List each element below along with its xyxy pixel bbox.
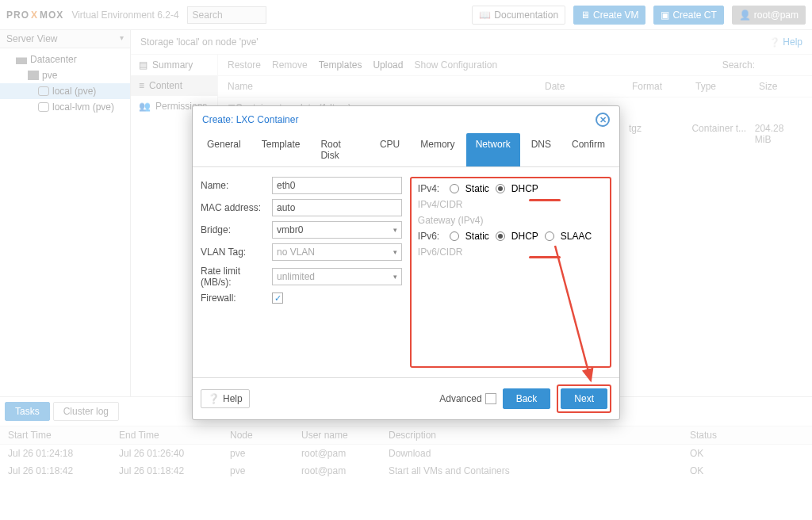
tree-datacenter[interactable]: Datacenter xyxy=(0,52,130,67)
help-link[interactable]: ❔ Help xyxy=(769,36,802,48)
form-right-column: IPv4: Static DHCP IPv4/CIDR Gateway (IPv… xyxy=(410,177,611,368)
documentation-button[interactable]: 📖Documentation xyxy=(472,6,565,25)
templates-button[interactable]: Templates xyxy=(319,59,362,71)
close-icon[interactable]: ✕ xyxy=(596,113,610,127)
rate-label: Rate limit (MB/s): xyxy=(201,266,272,288)
datacenter-icon xyxy=(16,55,27,64)
advanced-checkbox[interactable] xyxy=(485,393,496,404)
vlan-value: no VLAN xyxy=(277,247,315,258)
static-label2: Static xyxy=(465,231,489,242)
tab-network[interactable]: Network xyxy=(466,133,520,166)
col-end[interactable]: End Time xyxy=(119,430,230,441)
col-desc[interactable]: Description xyxy=(389,430,690,441)
form-left-column: Name: MAC address: Bridge:vmbr0 VLAN Tag… xyxy=(201,177,402,368)
cell: Download xyxy=(389,448,690,459)
col-name[interactable]: Name xyxy=(228,81,545,92)
rate-input[interactable]: unlimited xyxy=(272,268,402,285)
user-label: root@pam xyxy=(754,10,799,21)
sidebar-view-select[interactable]: Server View xyxy=(0,30,130,48)
remove-button[interactable]: Remove xyxy=(272,59,308,71)
documentation-label: Documentation xyxy=(494,10,558,21)
cell: OK xyxy=(690,465,804,476)
tab-content[interactable]: ≡ Content xyxy=(131,75,217,96)
col-type[interactable]: Type xyxy=(695,81,759,92)
create-ct-button[interactable]: ▣Create CT xyxy=(653,6,723,25)
cell: Start all VMs and Containers xyxy=(389,465,690,476)
user-icon: 👤 xyxy=(739,10,751,21)
ipv4-static-radio[interactable] xyxy=(450,184,459,193)
firewall-label: Firewall: xyxy=(201,292,272,304)
tab-cpu[interactable]: CPU xyxy=(370,133,409,166)
tab-general[interactable]: General xyxy=(197,133,251,166)
tree-label: local (pve) xyxy=(52,86,96,97)
tab-confirm[interactable]: Confirm xyxy=(562,133,615,166)
create-lxc-modal: Create: LXC Container ✕ General Template… xyxy=(192,105,620,420)
grid-search-label: Search: xyxy=(722,59,755,71)
tab-memory[interactable]: Memory xyxy=(411,133,464,166)
logo-text: PRO xyxy=(6,10,29,21)
vlan-label: VLAN Tag: xyxy=(201,247,272,258)
mac-label: MAC address: xyxy=(201,202,272,213)
cube-icon: ▣ xyxy=(661,10,669,21)
slaac-label: SLAAC xyxy=(561,231,592,242)
help-text: Help xyxy=(223,393,243,404)
create-vm-button[interactable]: 🖥Create VM xyxy=(573,6,645,25)
tab-cluster-log[interactable]: Cluster log xyxy=(53,402,119,421)
tab-label: Summary xyxy=(152,59,193,71)
search-input[interactable] xyxy=(187,6,266,24)
help-button[interactable]: ❔ Help xyxy=(201,389,250,408)
tab-template[interactable]: Template xyxy=(252,133,310,166)
tree-storage-local[interactable]: local (pve) xyxy=(0,83,130,99)
back-button[interactable]: Back xyxy=(503,388,551,409)
col-format[interactable]: Format xyxy=(632,81,695,92)
col-status[interactable]: Status xyxy=(690,430,804,441)
col-date[interactable]: Date xyxy=(545,81,632,92)
tab-tasks[interactable]: Tasks xyxy=(5,402,50,421)
tab-summary[interactable]: ▤ Summary xyxy=(131,55,217,75)
advanced-label: Advanced xyxy=(439,393,481,404)
user-menu[interactable]: 👤root@pam xyxy=(732,6,806,25)
cell: root@pam xyxy=(301,465,389,476)
ipv6-dhcp-radio[interactable] xyxy=(496,231,505,241)
vlan-select[interactable]: no VLAN xyxy=(272,243,402,261)
ipv4-dhcp-radio[interactable] xyxy=(496,184,505,193)
bridge-select[interactable]: vmbr0 xyxy=(272,221,402,239)
modal-title: Create: LXC Container xyxy=(202,114,298,125)
col-user[interactable]: User name xyxy=(301,430,389,441)
mac-input[interactable] xyxy=(272,199,402,216)
cell: Jul 26 01:26:40 xyxy=(119,448,230,459)
tree-label: pve xyxy=(42,70,57,81)
tab-root-disk[interactable]: Root Disk xyxy=(311,133,369,166)
bridge-label: Bridge: xyxy=(201,224,272,235)
next-button-highlight: Next xyxy=(557,384,611,413)
restore-button[interactable]: Restore xyxy=(228,59,261,71)
next-button[interactable]: Next xyxy=(561,388,607,409)
ipv6-static-radio[interactable] xyxy=(450,231,459,241)
col-node[interactable]: Node xyxy=(230,430,301,441)
breadcrumb: Storage 'local' on node 'pve' xyxy=(131,30,812,55)
logo-text2: MOX xyxy=(40,10,63,21)
show-config-button[interactable]: Show Configuration xyxy=(414,59,497,71)
col-start[interactable]: Start Time xyxy=(8,430,119,441)
cell: pve xyxy=(230,448,301,459)
tab-dns[interactable]: DNS xyxy=(522,133,561,166)
modal-body: Name: MAC address: Bridge:vmbr0 VLAN Tag… xyxy=(193,167,619,377)
name-input[interactable] xyxy=(272,177,402,194)
app-header: PROXMOX Virtual Environment 6.2-4 📖Docum… xyxy=(0,0,812,30)
ipv6-slaac-radio[interactable] xyxy=(545,231,554,241)
upload-button[interactable]: Upload xyxy=(373,59,403,71)
col-size[interactable]: Size xyxy=(759,81,777,92)
tree-node-pve[interactable]: pve xyxy=(0,67,130,83)
advanced-toggle[interactable]: Advanced xyxy=(439,393,496,404)
tree-storage-local-lvm[interactable]: local-lvm (pve) xyxy=(0,99,130,115)
bridge-value: vmbr0 xyxy=(277,224,303,235)
cell: pve xyxy=(230,465,301,476)
firewall-checkbox[interactable]: ✓ xyxy=(272,292,283,304)
log-row[interactable]: Jul 26 01:18:42 Jul 26 01:18:42 pve root… xyxy=(0,462,812,480)
create-ct-label: Create CT xyxy=(672,10,716,21)
storage-icon xyxy=(38,86,49,96)
tab-label: Content xyxy=(149,80,182,91)
server-icon xyxy=(28,71,39,80)
log-row[interactable]: Jul 26 01:24:18 Jul 26 01:26:40 pve root… xyxy=(0,445,812,462)
version-label: Virtual Environment 6.2-4 xyxy=(71,10,178,21)
